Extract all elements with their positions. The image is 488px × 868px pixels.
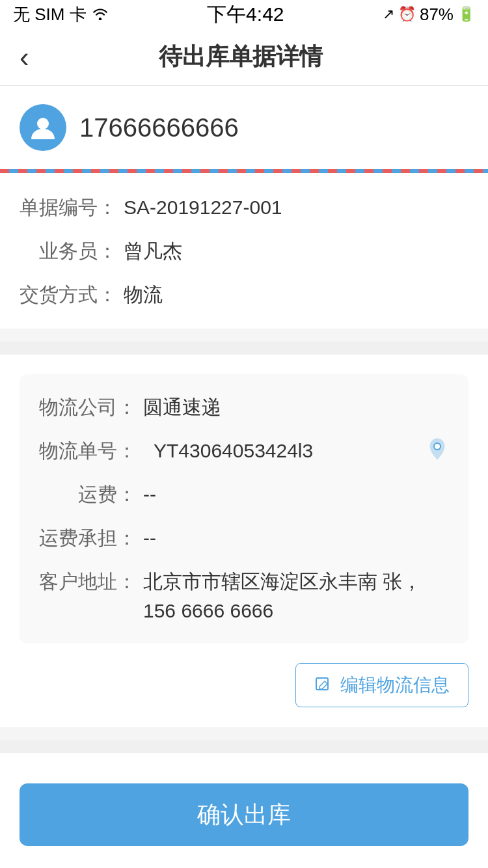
separator-2 (0, 740, 488, 753)
logistics-card: 物流公司： 圆通速递 物流单号： YT43064053424l3 运费： -- … (20, 374, 468, 644)
logistics-section: 物流公司： 圆通速递 物流单号： YT43064053424l3 运费： -- … (0, 355, 488, 727)
status-right: ↗ ⏰ 87% 🔋 (383, 5, 475, 25)
tracking-label: 物流单号： (39, 436, 143, 465)
edit-logistics-button[interactable]: 编辑物流信息 (295, 663, 468, 707)
customer-avatar (20, 104, 66, 151)
edit-btn-wrap: 编辑物流信息 (20, 657, 468, 707)
delivery-method-row: 交货方式： 物流 (20, 280, 468, 309)
alarm-icon: ⏰ (398, 6, 416, 23)
doc-number-value: SA-20191227-001 (124, 193, 468, 222)
logistics-company-row: 物流公司： 圆通速递 (39, 392, 449, 422)
edit-icon (314, 676, 332, 694)
freight-value: -- (143, 480, 449, 509)
freight-bearer-row: 运费承担： -- (39, 523, 449, 552)
delivery-method-value: 物流 (124, 280, 468, 309)
freight-label: 运费： (39, 480, 143, 509)
confirm-btn-wrap: 确认出库 (0, 770, 488, 868)
freight-row: 运费： -- (39, 480, 449, 509)
doc-number-row: 单据编号： SA-20191227-001 (20, 193, 468, 222)
svg-point-0 (37, 118, 49, 129)
battery-text: 87% (420, 5, 454, 25)
separator-1 (0, 342, 488, 355)
svg-point-2 (435, 444, 440, 449)
location-active-icon: ↗ (383, 6, 394, 23)
nav-bar: ‹ 待出库单据详情 (0, 29, 488, 86)
salesperson-value: 曾凡杰 (124, 236, 468, 265)
salesperson-row: 业务员： 曾凡杰 (20, 236, 468, 265)
address-row: 客户地址： 北京市市辖区海淀区永丰南 张，156 6666 6666 (39, 567, 449, 625)
order-info-section: 单据编号： SA-20191227-001 业务员： 曾凡杰 交货方式： 物流 (0, 173, 488, 329)
address-value: 北京市市辖区海淀区永丰南 张，156 6666 6666 (143, 567, 449, 625)
delivery-method-label: 交货方式： (20, 280, 124, 309)
battery-icon: 🔋 (457, 6, 475, 23)
carrier-text: 无 SIM 卡 (13, 3, 87, 26)
page-title: 待出库单据详情 (42, 41, 440, 73)
address-label: 客户地址： (39, 567, 143, 596)
tracking-value: YT43064053424l3 (154, 436, 415, 465)
doc-number-label: 单据编号： (20, 193, 124, 222)
logistics-company-label: 物流公司： (39, 392, 143, 422)
status-left: 无 SIM 卡 (13, 3, 109, 26)
location-icon[interactable] (426, 436, 449, 465)
person-icon (29, 113, 57, 142)
status-time: 下午4:42 (207, 1, 284, 28)
freight-bearer-value: -- (143, 523, 449, 552)
freight-bearer-label: 运费承担： (39, 523, 143, 552)
logistics-company-value: 圆通速递 (143, 392, 449, 422)
tracking-number-row: 物流单号： YT43064053424l3 (39, 436, 449, 465)
wifi-icon (92, 5, 109, 25)
back-button[interactable]: ‹ (20, 43, 29, 72)
salesperson-label: 业务员： (20, 236, 124, 265)
customer-phone: 17666666666 (79, 113, 239, 142)
confirm-button[interactable]: 确认出库 (20, 783, 468, 846)
customer-header: 17666666666 (0, 86, 488, 169)
status-bar: 无 SIM 卡 下午4:42 ↗ ⏰ 87% 🔋 (0, 0, 488, 29)
confirm-label: 确认出库 (197, 799, 291, 831)
edit-logistics-label: 编辑物流信息 (340, 673, 450, 698)
